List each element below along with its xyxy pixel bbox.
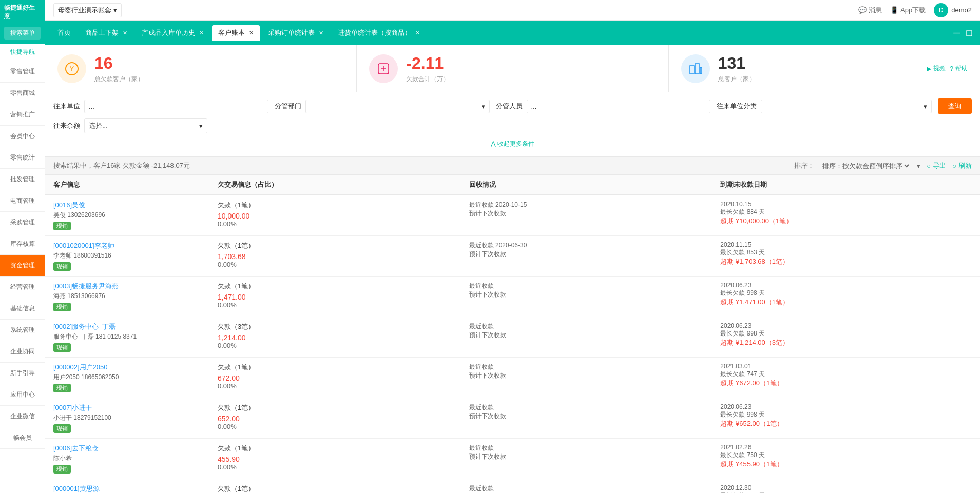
overdue-amount-0[interactable]: 超期 ¥10,000.00（1笔） <box>720 216 972 226</box>
sidebar-item-system[interactable]: 系统管理 <box>0 320 45 341</box>
sidebar-item-retail-stats[interactable]: 零售统计 <box>0 147 45 169</box>
svg-rect-7 <box>700 67 702 74</box>
last-collect-2: 最近收款 <box>469 282 721 290</box>
balance-select[interactable]: 选择... ▾ <box>84 118 207 133</box>
overdue-amount-6[interactable]: 超期 ¥455.90（1笔） <box>720 460 972 469</box>
maximize-button[interactable]: □ <box>964 26 974 41</box>
table-row: [000002]用户2050 用户2050 18665062050 现销 欠款（… <box>45 358 980 398</box>
chevron-down-icon: ▾ <box>917 162 920 170</box>
message-button[interactable]: 💬 消息 <box>858 6 882 15</box>
customer-name-6[interactable]: [0006]去下粮仓 <box>53 444 218 453</box>
customer-phone-0: 吴俊 13026203696 <box>53 211 218 220</box>
sidebar-item-ecommerce[interactable]: 电商管理 <box>0 190 45 212</box>
user-menu[interactable]: D demo2 <box>934 3 972 17</box>
tab-close-inbound-stats[interactable]: ✕ <box>415 30 420 36</box>
table-row: [0002]服务中心_丁磊 服务中心_丁磊 181 0125 8371 现销 欠… <box>45 317 980 358</box>
customer-name-0[interactable]: [0016]吴俊 <box>53 201 218 210</box>
customer-name-7[interactable]: [000001]黄思源 <box>53 484 218 493</box>
search-button[interactable]: 查询 <box>938 98 972 114</box>
sidebar-item-purchase[interactable]: 采购管理 <box>0 212 45 233</box>
sidebar-item-label: 采购管理 <box>4 218 41 227</box>
quick-nav[interactable]: 快捷导航 <box>0 44 45 61</box>
dept-select[interactable]: ▾ <box>305 100 490 113</box>
debt-percent-2: 0.00% <box>218 301 469 309</box>
svg-rect-6 <box>695 64 699 74</box>
customer-name-3[interactable]: [0002]服务中心_丁磊 <box>53 322 218 331</box>
sidebar-item-member-vip[interactable]: 畅会员 <box>0 427 45 449</box>
overdue-amount-2[interactable]: 超期 ¥1,471.00（1笔） <box>720 298 972 307</box>
overdue-amount-5[interactable]: 超期 ¥652.00（1笔） <box>720 419 972 428</box>
export-button[interactable]: ○ 导出 <box>927 161 946 170</box>
chevron-down-icon: ▾ <box>482 103 485 110</box>
help-icon: ? <box>950 65 953 72</box>
sidebar-item-inventory[interactable]: 库存核算 <box>0 233 45 255</box>
sidebar-item-apps[interactable]: 应用中心 <box>0 384 45 406</box>
app-header-right: 💬 消息 📱 App下载 D demo2 <box>858 3 972 17</box>
debt-count-1: 欠款（1笔） <box>218 241 469 250</box>
sidebar-item-collab[interactable]: 企业协同 <box>0 341 45 363</box>
tab-close-customer-account[interactable]: ✕ <box>249 30 254 36</box>
sort-select[interactable]: 排序：按欠款金额倒序排序 <box>820 162 911 170</box>
sidebar-item-label: 零售商城 <box>4 89 41 97</box>
source-unit-input[interactable]: ... <box>84 100 268 113</box>
sidebar-item-wechat[interactable]: 企业微信 <box>0 406 45 427</box>
sidebar-item-retail-mgmt[interactable]: 零售管理 <box>0 61 45 83</box>
help-btn[interactable]: ? 帮助 <box>950 64 968 73</box>
filter-row-2: 往来余额 选择... ▾ <box>53 118 972 133</box>
sidebar-item-guide[interactable]: 新手引导 <box>0 363 45 384</box>
overdue-info-2: 2020.06.23 最长欠款 998 天 超期 ¥1,471.00（1笔） <box>720 282 972 307</box>
tab-close-purchase-order[interactable]: ✕ <box>319 30 323 36</box>
overdue-amount-1[interactable]: 超期 ¥1,703.68（1笔） <box>720 257 972 266</box>
tab-close-product-in[interactable]: ✕ <box>199 30 204 36</box>
person-input[interactable]: ... <box>527 100 711 113</box>
customer-name-4[interactable]: [000002]用户2050 <box>53 363 218 372</box>
sidebar-item-marketing[interactable]: 营销推广 <box>0 104 45 126</box>
due-date-6: 2021.02.26 <box>720 444 972 451</box>
tab-customer-account[interactable]: 客户账本 ✕ <box>212 25 260 41</box>
due-date-7: 2020.12.30 <box>720 484 972 491</box>
company-selector[interactable]: 母婴行业演示账套 ▾ <box>53 3 122 17</box>
debt-amount-1: 1,703.68 <box>218 252 469 261</box>
sidebar-item-retail-store[interactable]: 零售商城 <box>0 83 45 104</box>
overdue-amount-3[interactable]: 超期 ¥1,214.00（3笔） <box>720 338 972 347</box>
unit-class-select[interactable]: ▾ <box>761 100 932 113</box>
sidebar-nav: 零售管理 零售商城 营销推广 会员中心 零售统计 批发管理 电商管理 采购管理 <box>0 61 45 493</box>
message-icon: 💬 <box>858 6 867 14</box>
sidebar-item-wholesale-mgmt[interactable]: 批发管理 <box>0 169 45 190</box>
search-menu-button[interactable]: 搜索菜单 <box>4 27 41 40</box>
minimize-button[interactable]: ─ <box>951 26 962 41</box>
customer-tag-0: 现销 <box>53 222 71 230</box>
customer-name-5[interactable]: [0007]小进干 <box>53 403 218 412</box>
tab-purchase-order[interactable]: 采购订单统计表 ✕ <box>262 25 330 41</box>
tab-close-product-off[interactable]: ✕ <box>123 30 127 36</box>
debt-amount-2: 1,471.00 <box>218 293 469 301</box>
sidebar: 畅捷通好生意 搜索菜单 快捷导航 零售管理 零售商城 营销推广 会员中心 零售统… <box>0 0 45 493</box>
stats-bar: ¥ 16 总欠款客户（家） -2.11 欠款合计（万） <box>45 45 980 92</box>
tab-product-in[interactable]: 产成品入库单历史 ✕ <box>136 25 210 41</box>
collapse-button[interactable]: ⋀ 收起更多条件 <box>53 137 972 150</box>
app-header-left: 母婴行业演示账套 ▾ <box>53 3 122 17</box>
col-recovery: 回收情况 <box>469 180 721 189</box>
customer-name-2[interactable]: [0003]畅捷服务尹海燕 <box>53 282 218 291</box>
result-actions: 排序： 排序：按欠款金额倒序排序 ▾ ○ 导出 ○ 刷新 <box>794 161 972 170</box>
sidebar-item-label: 电商管理 <box>4 196 41 205</box>
sidebar-item-operations[interactable]: 经营管理 <box>0 277 45 298</box>
tab-home[interactable]: 首页 <box>51 25 77 41</box>
customer-info-3: [0002]服务中心_丁磊 服务中心_丁磊 181 0125 8371 现销 <box>53 322 218 352</box>
sidebar-item-base-info[interactable]: 基础信息 <box>0 298 45 320</box>
sidebar-item-member[interactable]: 会员中心 <box>0 126 45 147</box>
tab-inbound-stats[interactable]: 进货单统计表（按商品） ✕ <box>332 25 426 41</box>
refresh-button[interactable]: ○ 刷新 <box>952 161 972 170</box>
col-debt-info: 欠交易信息（占比） <box>218 180 469 189</box>
app-download-button[interactable]: 📱 App下载 <box>890 6 926 15</box>
stat-card-debt-total: -2.11 欠款合计（万） <box>357 45 668 92</box>
customer-name-1[interactable]: [0001020001]李老师 <box>53 241 218 250</box>
stat-card-debtors: ¥ 16 总欠款客户（家） <box>45 45 357 92</box>
total-customers-label: 总客户（家） <box>718 75 919 84</box>
overdue-amount-4[interactable]: 超期 ¥672.00（1笔） <box>720 379 972 388</box>
video-btn[interactable]: ▶ 视频 <box>927 64 946 73</box>
customer-phone-4: 用户2050 18665062050 <box>53 373 218 382</box>
tab-product-off[interactable]: 商品上下架 ✕ <box>79 25 133 41</box>
last-collect-1: 最近收款 2020-06-30 <box>469 241 721 250</box>
sidebar-item-finance[interactable]: 资金管理 <box>0 255 45 277</box>
